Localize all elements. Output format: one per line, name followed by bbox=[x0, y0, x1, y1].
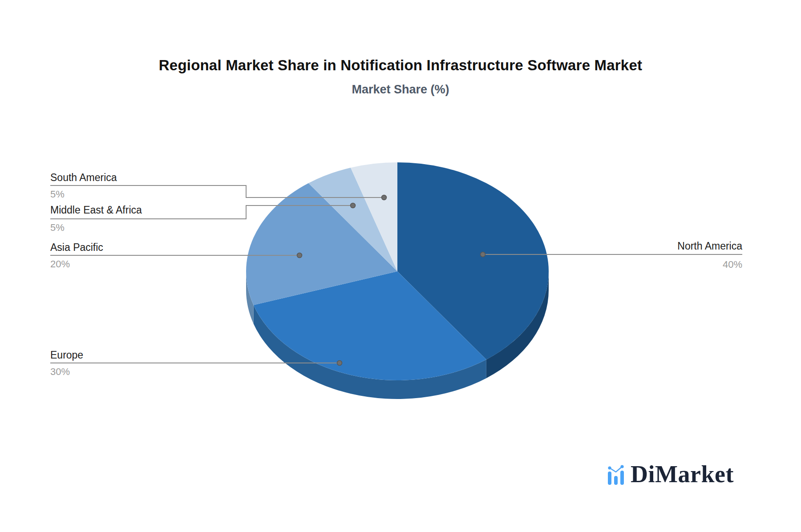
page: { "title": "Regional Market Share in Not… bbox=[0, 0, 801, 532]
pie-chart-canvas bbox=[0, 0, 801, 532]
leader-dot-middle-east-africa bbox=[351, 203, 356, 208]
callout-label-middle-east-africa: Middle East & Africa bbox=[50, 204, 142, 216]
callout-label-south-america: South America bbox=[50, 171, 117, 184]
callout-value-north-america: 40% bbox=[723, 258, 742, 271]
callout-value-middle-east-africa: 5% bbox=[50, 222, 65, 234]
callout-label-north-america: North America bbox=[677, 240, 742, 252]
bar-chart-logo-icon bbox=[608, 464, 626, 485]
callout-value-europe: 30% bbox=[50, 366, 70, 378]
callout-value-south-america: 5% bbox=[50, 188, 65, 201]
callout-value-asia-pacific: 20% bbox=[50, 258, 70, 270]
brand-name: DiMarket bbox=[631, 463, 734, 485]
leader-dot-asia-pacific bbox=[297, 253, 302, 258]
callout-label-europe: Europe bbox=[50, 349, 83, 361]
leader-dot-south-america bbox=[382, 195, 387, 200]
leader-dot-europe bbox=[337, 361, 342, 366]
leader-dot-north-america bbox=[481, 252, 485, 257]
callout-label-asia-pacific: Asia Pacific bbox=[50, 241, 103, 254]
brand-logo: DiMarket bbox=[608, 463, 734, 485]
